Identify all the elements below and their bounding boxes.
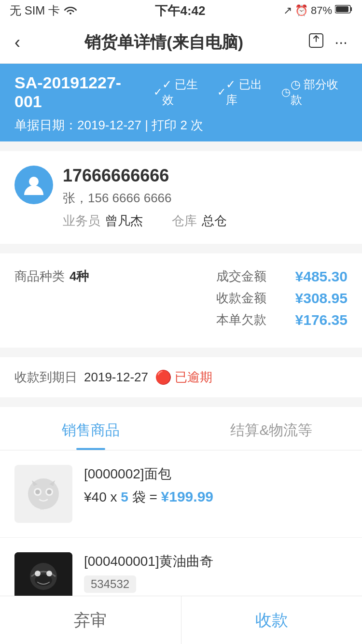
- svg-rect-2: [336, 6, 348, 12]
- status-time: 下午4:42: [155, 2, 205, 19]
- tab-sales[interactable]: 销售商品: [0, 407, 181, 450]
- summary-left: 商品种类 4种: [14, 268, 89, 288]
- svg-point-4: [29, 177, 39, 186]
- bottom-bar: 弃审 收款: [0, 596, 362, 644]
- owed-amount-label: 本单欠款: [216, 311, 266, 328]
- svg-text:暂+: 暂+: [40, 505, 47, 510]
- more-icon[interactable]: ···: [334, 33, 348, 51]
- svg-point-15: [46, 571, 52, 576]
- battery-level: 87%: [311, 4, 332, 17]
- owed-amount-value: ¥176.35: [295, 312, 348, 328]
- salesperson-value: 曾凡杰: [105, 212, 143, 229]
- product-types-value: 4种: [70, 268, 89, 285]
- tab-settlement[interactable]: 结算&物流等: [181, 407, 362, 450]
- salesperson-label: 业务员: [63, 212, 100, 229]
- product-types-label: 商品种类: [14, 268, 65, 285]
- salesperson-item: 业务员 曾凡杰: [63, 212, 143, 229]
- location-icon: ↗: [283, 4, 292, 17]
- svg-point-8: [35, 490, 40, 494]
- product-info-1: [0000002]面包 ¥40 x 5 袋 = ¥199.99: [84, 465, 348, 506]
- sim-indicator: 无 SIM 卡: [10, 3, 60, 18]
- deal-amount-row: 成交金额 ¥485.30: [216, 268, 348, 285]
- received-amount-row: 收款金额 ¥308.95: [216, 290, 348, 307]
- svg-point-9: [47, 490, 52, 494]
- check-icon: ✓: [153, 86, 162, 98]
- banner-subline: 单据日期：2019-12-27 | 打印 2 次: [14, 117, 348, 134]
- product-sku-2: 534532: [84, 575, 136, 593]
- clock-icon: ◷: [281, 86, 291, 98]
- alarm-icon: ⏰: [295, 4, 308, 17]
- share-icon[interactable]: [307, 32, 325, 53]
- svg-point-14: [35, 571, 41, 576]
- check-icon2: ✓: [217, 86, 226, 98]
- nav-bar: ‹ 销货单详情(来自电脑) ···: [0, 21, 362, 64]
- product-total-1: ¥199.99: [161, 489, 213, 504]
- overdue-badge: 🔴 已逾期: [155, 369, 212, 386]
- product-price-1: ¥40 x 5 袋 = ¥199.99: [84, 488, 348, 506]
- product-types-item: 商品种类 4种: [14, 268, 89, 285]
- overdue-text: 已逾期: [175, 369, 212, 386]
- product-image-1: 暂+: [14, 465, 72, 523]
- badge-partial: ◷ ◷ 部分收款: [281, 77, 348, 108]
- confirm-button[interactable]: 收款: [181, 596, 362, 644]
- deal-amount-label: 成交金额: [216, 268, 266, 285]
- list-item: 暂+ [0000002]面包 ¥40 x 5 袋 = ¥199.99: [0, 450, 362, 538]
- due-label: 收款到期日: [14, 369, 77, 386]
- warehouse-item: 仓库 总仓: [172, 212, 227, 229]
- status-bar: 无 SIM 卡 下午4:42 ↗ ⏰ 87%: [0, 0, 362, 21]
- warehouse-label: 仓库: [172, 212, 197, 229]
- product-qty-1: 5: [121, 490, 128, 504]
- customer-contact: 张，156 6666 6666: [63, 190, 348, 207]
- customer-info: 17666666666 张，156 6666 6666 业务员 曾凡杰 仓库 总…: [63, 166, 348, 229]
- summary-section: 商品种类 4种 成交金额 ¥485.30 收款金额 ¥308.95 本单欠款 ¥…: [0, 253, 362, 348]
- customer-name: 17666666666: [63, 166, 348, 186]
- customer-section: 17666666666 张，156 6666 6666 业务员 曾凡杰 仓库 总…: [0, 151, 362, 244]
- wifi-icon: [64, 4, 77, 17]
- warehouse-value: 总仓: [202, 212, 227, 229]
- badge-outbound: ✓ ✓ 已出库: [217, 77, 271, 108]
- tabs-header: 销售商品 结算&物流等: [0, 407, 362, 450]
- order-id: SA-20191227-001: [14, 73, 144, 111]
- badge-effective: ✓ ✓ 已生效: [153, 77, 208, 108]
- product-name-2: [000400001]黄油曲奇: [84, 552, 348, 571]
- product-name-1: [0000002]面包: [84, 465, 348, 483]
- svg-rect-1: [350, 7, 352, 11]
- avatar: [14, 166, 53, 204]
- page-title: 销货单详情(来自电脑): [84, 31, 243, 54]
- received-amount-value: ¥308.95: [295, 290, 348, 307]
- nav-actions: ···: [307, 32, 348, 53]
- due-date: 2019-12-27: [84, 370, 148, 385]
- header-banner: SA-20191227-001 ✓ ✓ 已生效 ✓ ✓ 已出库 ◷ ◷ 部分收款…: [0, 64, 362, 141]
- cancel-button[interactable]: 弃审: [0, 596, 181, 644]
- battery-icon: [335, 4, 352, 17]
- overdue-icon: 🔴: [155, 369, 172, 385]
- back-button[interactable]: ‹: [14, 32, 20, 53]
- owed-amount-row: 本单欠款 ¥176.35: [216, 311, 348, 328]
- due-section: 收款到期日 2019-12-27 🔴 已逾期: [0, 357, 362, 397]
- status-left: 无 SIM 卡: [10, 3, 77, 18]
- customer-meta: 业务员 曾凡杰 仓库 总仓: [63, 212, 348, 229]
- summary-right: 成交金额 ¥485.30 收款金额 ¥308.95 本单欠款 ¥176.35: [216, 268, 348, 333]
- deal-amount-value: ¥485.30: [295, 268, 348, 285]
- status-right: ↗ ⏰ 87%: [283, 4, 352, 17]
- received-amount-label: 收款金额: [216, 290, 266, 307]
